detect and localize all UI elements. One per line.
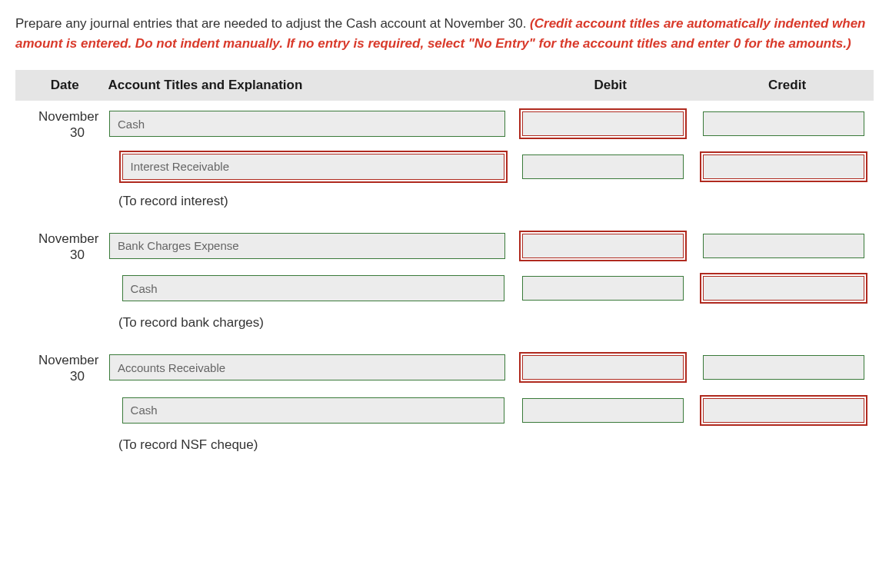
credit-cell	[701, 111, 874, 136]
credit-input[interactable]	[703, 355, 864, 380]
header-debit: Debit	[520, 78, 701, 93]
explanation-text: (To record interest)	[109, 194, 531, 209]
credit-cell	[701, 355, 874, 380]
header-date: Date	[15, 78, 98, 93]
explanation-text: (To record NSF cheque)	[109, 437, 531, 453]
date-cell: November30	[15, 350, 100, 385]
journal-line: Interest Receivable	[15, 148, 874, 186]
date-cell	[15, 410, 99, 411]
account-title-select[interactable]: Accounts Receivable	[109, 354, 505, 380]
account-title-select[interactable]: Cash	[122, 275, 505, 301]
debit-input[interactable]	[522, 398, 684, 423]
explanation-row: (To record NSF cheque)	[15, 430, 874, 467]
credit-cell	[701, 276, 874, 301]
credit-cell	[701, 398, 874, 423]
instruction-plain: Prepare any journal entries that are nee…	[15, 16, 530, 31]
account-cell: Cash	[100, 111, 521, 137]
account-title-select[interactable]: Cash	[122, 397, 505, 424]
credit-input[interactable]	[703, 111, 864, 136]
debit-input[interactable]	[522, 276, 684, 301]
account-title-select[interactable]: Cash	[109, 111, 505, 137]
date-cell: November30	[15, 229, 100, 264]
account-title-select[interactable]: Bank Charges Expense	[109, 233, 505, 259]
debit-cell	[520, 276, 701, 301]
journal-line: November30Accounts Receivable	[15, 344, 874, 391]
credit-input[interactable]	[703, 398, 864, 423]
journal-line: November30Bank Charges Expense	[15, 223, 874, 270]
debit-cell	[520, 398, 701, 423]
explanation-row: (To record bank charges)	[15, 307, 874, 344]
debit-cell	[521, 355, 701, 380]
credit-input[interactable]	[703, 276, 864, 301]
account-title-select[interactable]: Interest Receivable	[122, 154, 505, 180]
date-cell	[15, 166, 99, 168]
debit-input[interactable]	[522, 154, 684, 179]
account-cell: Cash	[99, 397, 521, 424]
debit-input[interactable]	[522, 355, 684, 380]
journal-line: November30Cash	[15, 101, 874, 148]
table-header-row: Date Account Titles and Explanation Debi…	[15, 70, 874, 101]
instruction-text: Prepare any journal entries that are nee…	[15, 14, 874, 53]
header-account: Account Titles and Explanation	[98, 78, 520, 93]
account-cell: Cash	[99, 275, 521, 301]
debit-cell	[521, 111, 701, 136]
account-cell: Bank Charges Expense	[100, 233, 521, 259]
explanation-row: (To record interest)	[15, 186, 874, 223]
credit-cell	[701, 154, 874, 179]
explanation-text: (To record bank charges)	[109, 315, 531, 331]
credit-cell	[701, 234, 874, 258]
journal-entries-container: November30CashInterest Receivable(To rec…	[15, 101, 874, 467]
debit-cell	[520, 154, 701, 179]
journal-line: Cash	[15, 391, 874, 430]
debit-input[interactable]	[522, 234, 684, 258]
account-cell: Interest Receivable	[99, 154, 521, 180]
credit-input[interactable]	[703, 234, 864, 258]
debit-cell	[521, 234, 701, 258]
date-cell	[15, 287, 99, 289]
credit-input[interactable]	[703, 154, 864, 179]
header-credit: Credit	[701, 78, 874, 93]
journal-line: Cash	[15, 269, 874, 307]
account-cell: Accounts Receivable	[100, 354, 521, 380]
date-cell: November30	[15, 107, 100, 141]
debit-input[interactable]	[522, 111, 684, 136]
